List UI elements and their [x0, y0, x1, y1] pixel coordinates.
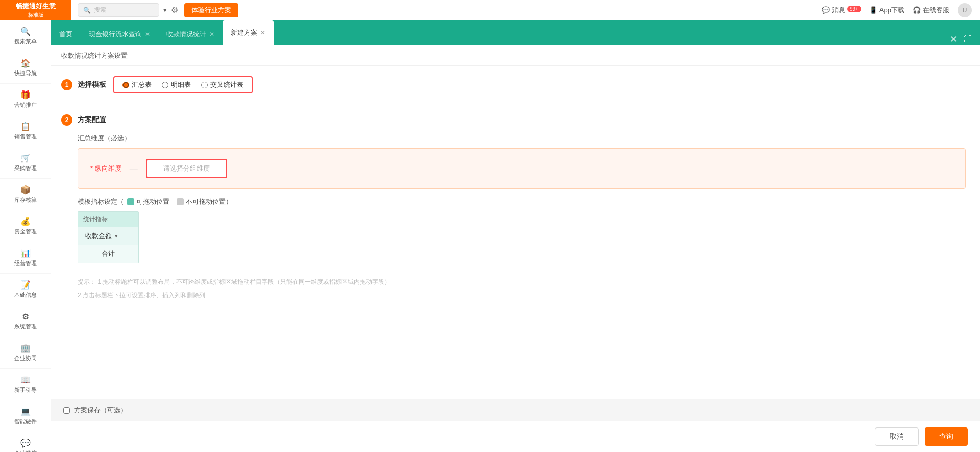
dropdown-icon[interactable]: ▾	[163, 6, 167, 14]
summary-dimension-label: 汇总维度（必选）	[61, 134, 970, 143]
vertical-label: * 纵向维度	[90, 164, 121, 173]
sidebar-item-quick-nav[interactable]: 🏠快捷导航	[0, 52, 51, 84]
dim-arrow: —	[130, 164, 138, 173]
sidebar-item-basic-info[interactable]: 📝基础信息	[0, 274, 51, 305]
window-close-icon[interactable]: ✕	[950, 34, 958, 45]
sidebar-item-guide[interactable]: 📖新手引导	[0, 369, 51, 400]
user-avatar[interactable]: U	[958, 3, 972, 17]
sidebar-item-smart-hardware[interactable]: 💻智能硬件	[0, 400, 51, 432]
step2-title: 方案配置	[78, 115, 106, 125]
tab-close-new-scheme[interactable]: ✕	[260, 29, 265, 36]
metrics-label-row: 模板指标设定（ 可拖动位置 不可拖动位置）	[61, 197, 970, 206]
sidebar-item-wechat[interactable]: 💬企业微信	[0, 432, 51, 452]
tab-bar: 首页 现金银行流水查询 ✕ 收款情况统计 ✕ 新建方案 ✕ ✕ ⛶	[51, 20, 980, 45]
step1-title: 选择模板	[78, 80, 106, 89]
window-expand-icon[interactable]: ⛶	[964, 35, 972, 44]
gear-icon[interactable]: ⚙	[171, 5, 178, 15]
tab-cash-bank[interactable]: 现金银行流水查询 ✕	[81, 23, 158, 45]
message-badge: 99+	[847, 6, 861, 12]
dimension-placeholder-btn[interactable]: 请选择分组维度	[146, 159, 227, 178]
query-button[interactable]: 查询	[925, 427, 968, 446]
search-bar: 🔍搜索	[78, 3, 159, 17]
service-item[interactable]: 🎧 在线客服	[913, 6, 949, 15]
message-item[interactable]: 💬 消息 99+	[822, 6, 861, 15]
tab-close-cash-bank[interactable]: ✕	[145, 31, 150, 38]
step2-section: 2 方案配置 汇总维度（必选） * 纵向维度	[61, 114, 970, 302]
tab-collection-stats[interactable]: 收款情况统计 ✕	[158, 23, 223, 45]
dimension-area: * 纵向维度 — 请选择分组维度	[78, 148, 966, 189]
template-radio-group: 汇总表 明细表 交叉统计表	[113, 76, 253, 93]
save-checkbox[interactable]	[63, 407, 70, 414]
step1-number: 1	[61, 79, 72, 90]
save-section: 方案保存（可选）	[51, 399, 980, 421]
radio-detail[interactable]: 明细表	[162, 80, 191, 89]
sidebar-item-system[interactable]: ⚙系统管理	[0, 305, 51, 337]
sidebar-item-inventory[interactable]: 📦库存核算	[0, 179, 51, 210]
sidebar-item-search-menu[interactable]: 🔍搜索菜单	[0, 20, 51, 52]
sidebar-item-marketing[interactable]: 🎁营销推广	[0, 84, 51, 115]
tab-home[interactable]: 首页	[51, 23, 81, 45]
sidebar-item-operation[interactable]: 📊经营管理	[0, 242, 51, 274]
trial-button[interactable]: 体验行业方案	[184, 3, 238, 17]
step2-number: 2	[61, 114, 72, 126]
radio-cross[interactable]: 交叉统计表	[201, 80, 243, 89]
download-item[interactable]: 📱 App下载	[869, 6, 904, 15]
cancel-button[interactable]: 取消	[875, 427, 919, 446]
tab-new-scheme[interactable]: 新建方案 ✕	[223, 20, 274, 45]
sidebar-item-purchase[interactable]: 🛒采购管理	[0, 147, 51, 179]
sidebar-item-enterprise[interactable]: 🏢企业协同	[0, 337, 51, 369]
metrics-col-cell: 合计	[78, 245, 138, 263]
metrics-col-header-label: 统计指标	[78, 212, 138, 227]
sidebar-item-sales[interactable]: 📋销售管理	[0, 115, 51, 147]
radio-summary[interactable]: 汇总表	[122, 80, 152, 89]
page-title: 收款情况统计方案设置	[51, 45, 980, 66]
sidebar-item-finance[interactable]: 💰资金管理	[0, 210, 51, 242]
page-content: 收款情况统计方案设置 1 选择模板	[51, 45, 980, 421]
hints-section: 提示： 1.拖动标题栏可以调整布局，不可跨维度或指标区域拖动栏目字段（只能在同一…	[61, 275, 970, 302]
logo: 畅捷通好生意 标准版	[0, 0, 71, 20]
step1-section: 1 选择模板 汇总表 明细表	[61, 76, 970, 93]
save-label: 方案保存（可选）	[74, 406, 127, 415]
metrics-table: 统计指标 收款金额 ▾ 合计	[61, 211, 966, 263]
footer-actions: 取消 查询	[51, 421, 980, 452]
sidebar: 🔍搜索菜单 🏠快捷导航 🎁营销推广 📋销售管理 🛒采购管理 📦库存核算 💰资金管…	[0, 20, 51, 452]
metrics-col-header[interactable]: 收款金额 ▾	[78, 227, 138, 245]
tab-close-collection-stats[interactable]: ✕	[209, 31, 214, 38]
